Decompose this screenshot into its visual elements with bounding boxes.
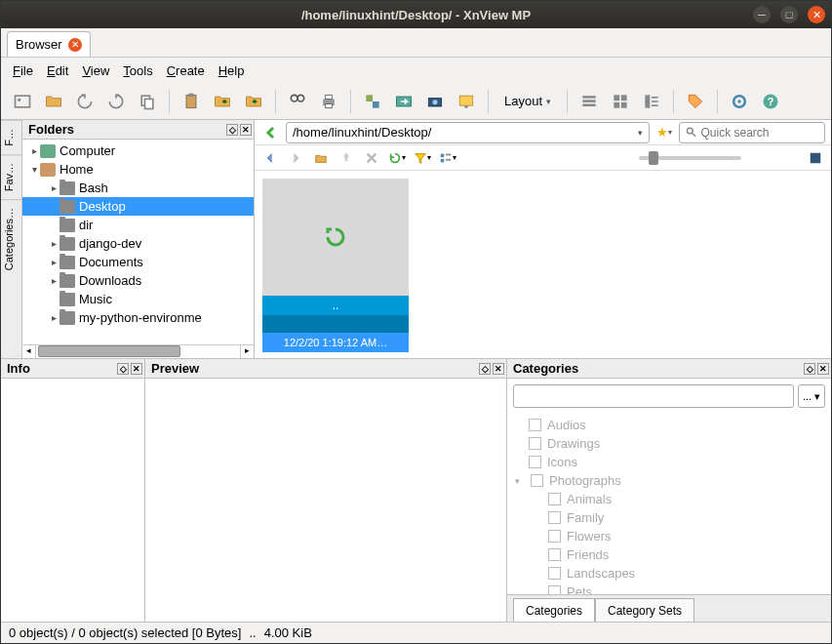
- convert-icon[interactable]: [390, 88, 417, 115]
- view-detail-icon[interactable]: [638, 88, 665, 115]
- folder-up-icon[interactable]: [311, 148, 331, 168]
- thumbnail-grid[interactable]: .. 12/2/20 1:19:12 AM…: [255, 171, 831, 358]
- tree-row[interactable]: Desktop: [22, 197, 254, 216]
- tree-row[interactable]: Music: [22, 290, 254, 308]
- menu-tools[interactable]: Tools: [117, 60, 158, 81]
- batch-icon[interactable]: [359, 88, 386, 115]
- tree-row[interactable]: dir: [22, 216, 254, 234]
- quick-search-box[interactable]: [679, 122, 825, 143]
- history-forward-icon[interactable]: [286, 148, 305, 168]
- clipboard-icon[interactable]: [178, 88, 205, 115]
- category-checkbox[interactable]: [548, 567, 561, 580]
- panel-close-icon[interactable]: ✕: [817, 363, 829, 375]
- menu-edit[interactable]: Edit: [41, 60, 74, 81]
- tree-toggle-icon[interactable]: ▾: [28, 164, 40, 175]
- category-checkbox[interactable]: [548, 548, 561, 561]
- panel-undock-icon[interactable]: ◇: [117, 363, 129, 375]
- panel-undock-icon[interactable]: ◇: [479, 363, 491, 375]
- thumbnail-size-slider[interactable]: [463, 156, 800, 160]
- reload-icon[interactable]: ▾: [387, 148, 407, 168]
- panel-undock-icon[interactable]: ◇: [226, 124, 238, 136]
- menu-view[interactable]: View: [76, 60, 115, 81]
- tree-toggle-icon[interactable]: ▸: [48, 182, 59, 193]
- category-row[interactable]: Audios: [515, 416, 823, 434]
- category-row[interactable]: Pets: [515, 583, 823, 594]
- category-row[interactable]: Friends: [515, 545, 823, 564]
- category-row[interactable]: Drawings: [515, 434, 823, 453]
- category-checkbox[interactable]: [548, 511, 561, 524]
- folder-open-icon[interactable]: [40, 88, 67, 115]
- close-button[interactable]: ✕: [808, 6, 825, 23]
- nav-back-icon[interactable]: [260, 122, 282, 143]
- tree-row[interactable]: ▸Downloads: [22, 271, 254, 290]
- category-checkbox[interactable]: [529, 437, 541, 450]
- settings-icon[interactable]: [726, 88, 753, 115]
- menu-file[interactable]: File: [7, 60, 39, 81]
- tree-row[interactable]: ▾Home: [22, 160, 254, 179]
- vtab-favorites[interactable]: Fav…: [1, 154, 21, 199]
- tree-toggle-icon[interactable]: ▸: [48, 238, 59, 249]
- menu-help[interactable]: Help: [213, 60, 251, 81]
- tree-toggle-icon[interactable]: ▸: [48, 312, 59, 323]
- menu-create[interactable]: Create: [161, 60, 211, 81]
- category-row[interactable]: Flowers: [515, 527, 823, 545]
- tree-row[interactable]: ▸Computer: [22, 141, 254, 160]
- capture-icon[interactable]: [421, 88, 449, 115]
- tab-close-icon[interactable]: ✕: [68, 38, 82, 52]
- pin-icon[interactable]: [337, 148, 356, 168]
- maximize-button[interactable]: □: [780, 6, 798, 23]
- category-checkbox[interactable]: [531, 474, 543, 487]
- image-icon[interactable]: [9, 88, 36, 115]
- categories-filter-input[interactable]: [513, 384, 794, 408]
- categories-more-button[interactable]: ... ▾: [798, 384, 825, 408]
- folder-tree[interactable]: ▸Computer▾Home▸BashDesktopdir▸django-dev…: [22, 140, 254, 344]
- category-checkbox[interactable]: [548, 530, 561, 543]
- tree-toggle-icon[interactable]: ▸: [48, 257, 59, 267]
- tab-category-sets[interactable]: Category Sets: [595, 598, 694, 622]
- category-checkbox[interactable]: [548, 585, 561, 594]
- tab-browser[interactable]: Browser ✕: [7, 31, 91, 57]
- refresh-back-icon[interactable]: [71, 88, 99, 115]
- sort-icon[interactable]: ▾: [438, 148, 457, 168]
- minimize-button[interactable]: ─: [753, 6, 771, 23]
- slideshow-icon[interactable]: [453, 88, 480, 115]
- folder-export-icon[interactable]: [209, 88, 236, 115]
- thumbnail-parent-dir[interactable]: .. 12/2/20 1:19:12 AM…: [262, 179, 409, 352]
- category-row[interactable]: Landscapes: [515, 564, 823, 583]
- folder-import-icon[interactable]: [240, 88, 267, 115]
- category-row[interactable]: Animals: [515, 490, 823, 508]
- vtab-folders[interactable]: F…: [1, 120, 21, 154]
- tree-toggle-icon[interactable]: ▸: [28, 145, 40, 156]
- layout-dropdown[interactable]: Layout: [496, 90, 559, 112]
- category-row[interactable]: ▾Photographs: [515, 471, 823, 490]
- category-checkbox[interactable]: [529, 456, 541, 468]
- chevron-down-icon[interactable]: ▾: [515, 476, 525, 486]
- panel-undock-icon[interactable]: ◇: [804, 363, 815, 375]
- tree-row[interactable]: ▸Bash: [22, 179, 254, 197]
- tab-categories[interactable]: Categories: [513, 598, 595, 622]
- tag-icon[interactable]: [682, 88, 709, 115]
- address-bar[interactable]: ▾: [286, 122, 650, 143]
- history-back-icon[interactable]: [260, 148, 280, 168]
- tree-row[interactable]: ▸django-dev: [22, 234, 254, 253]
- panel-close-icon[interactable]: ✕: [131, 363, 142, 375]
- category-row[interactable]: Family: [515, 508, 823, 527]
- tree-toggle-icon[interactable]: ▸: [48, 275, 59, 286]
- panel-close-icon[interactable]: ✕: [493, 363, 504, 375]
- delete-icon[interactable]: [362, 148, 381, 168]
- address-input[interactable]: [293, 125, 638, 140]
- print-icon[interactable]: [315, 88, 342, 115]
- view-grid-icon[interactable]: [607, 88, 634, 115]
- quick-search-input[interactable]: [701, 126, 818, 140]
- tree-hscrollbar[interactable]: ◂ ▸: [22, 344, 254, 358]
- tree-row[interactable]: ▸my-python-environme: [22, 308, 254, 327]
- categories-tree[interactable]: AudiosDrawingsIcons▾PhotographsAnimalsFa…: [507, 414, 831, 594]
- vtab-categories[interactable]: Categories…: [1, 199, 21, 278]
- category-checkbox[interactable]: [529, 419, 541, 431]
- find-icon[interactable]: [284, 88, 311, 115]
- category-row[interactable]: Icons: [515, 453, 823, 471]
- view-list-icon[interactable]: [575, 88, 603, 115]
- category-checkbox[interactable]: [548, 493, 561, 505]
- copy-icon[interactable]: [134, 88, 161, 115]
- panel-close-icon[interactable]: ✕: [240, 124, 252, 136]
